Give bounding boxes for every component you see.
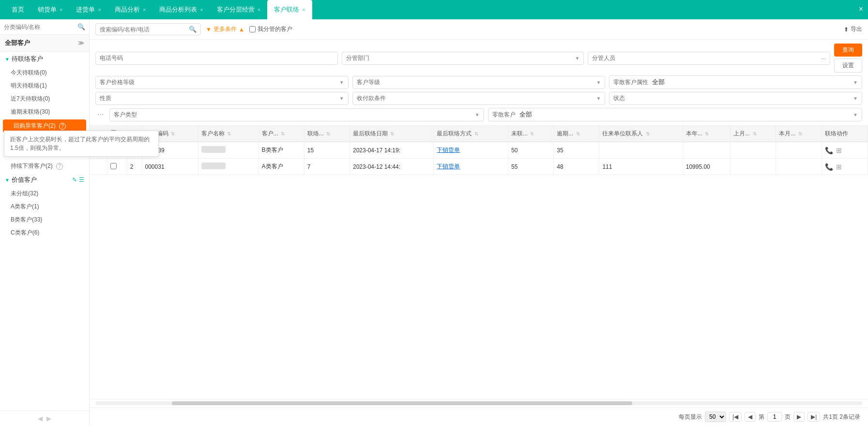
row-last-method-1[interactable]: 下销货单: [434, 159, 508, 175]
person-dots-icon[interactable]: ···: [821, 55, 826, 62]
col-uncontacted[interactable]: 未联... ⇅: [508, 126, 553, 142]
sidebar-item-class-b[interactable]: B类客户(33): [0, 213, 89, 226]
filter-person[interactable]: 分管人员 ···: [588, 52, 830, 65]
first-page-btn[interactable]: |◀: [729, 412, 742, 422]
col-type-sort-icon[interactable]: ⇅: [281, 131, 285, 136]
last-page-btn[interactable]: ▶|: [807, 412, 820, 422]
sidebar-value-group[interactable]: ▼ 价值客户 ✎ ☰: [0, 173, 89, 187]
filter-phone[interactable]: 电话号码: [95, 52, 338, 65]
my-customer-checkbox[interactable]: 我分管的客户: [249, 25, 292, 33]
scrollbar-track[interactable]: [95, 401, 862, 405]
nav-home[interactable]: 首页: [5, 0, 31, 19]
last-method-link-1[interactable]: 下销货单: [437, 163, 460, 170]
search-icon[interactable]: 🔍: [189, 26, 197, 33]
filter-status[interactable]: 状态 ▼: [609, 92, 862, 105]
page-size-select[interactable]: 50: [705, 411, 726, 422]
sidebar-item-class-a[interactable]: A类客户(1): [0, 200, 89, 213]
col-current-month[interactable]: 本月... ⇅: [776, 126, 822, 142]
sidebar-item-overdue[interactable]: 逾期未联络(30): [0, 105, 89, 118]
col-last-method-sort-icon[interactable]: ⇅: [474, 131, 478, 136]
col-annual-sort-icon[interactable]: ⇅: [705, 131, 709, 136]
edit-icon[interactable]: ✎: [72, 176, 77, 183]
settings-button[interactable]: 设置: [834, 59, 862, 73]
col-overdue-sort-icon[interactable]: ⇅: [576, 131, 580, 136]
col-last-date[interactable]: 最后联络日期 ⇅: [350, 126, 433, 142]
last-method-link-0[interactable]: 下销货单: [437, 147, 460, 153]
nav-product-analysis[interactable]: 商品分析 ×: [108, 0, 152, 19]
horizontal-scrollbar[interactable]: [90, 399, 868, 407]
col-code-sort-icon[interactable]: ⇅: [171, 131, 175, 136]
col-name-sort-icon[interactable]: ⇅: [227, 131, 231, 136]
nav-customer-contact[interactable]: 客户联络 ×: [267, 0, 312, 19]
col-name[interactable]: 客户名称 ⇅: [198, 126, 259, 142]
filter-dept[interactable]: 分管部门 ▼: [342, 52, 584, 65]
col-last-month-sort-icon[interactable]: ⇅: [753, 131, 757, 136]
row-check-1[interactable]: [110, 163, 117, 169]
sidebar-item-declining[interactable]: 持续下滑客户(2) ?: [0, 160, 89, 173]
action-more-icon-0[interactable]: ⊞: [836, 147, 842, 154]
col-last-date-sort-icon[interactable]: ⇅: [390, 131, 394, 136]
window-close-icon[interactable]: ×: [859, 5, 863, 14]
col-contact-count[interactable]: 联络... ⇅: [304, 126, 350, 142]
sidebar-search-icon[interactable]: 🔍: [77, 23, 85, 30]
scroll-left-icon[interactable]: ◀: [38, 415, 43, 422]
filter-retail-customer[interactable]: 零散客户 全部 ▼: [488, 108, 862, 121]
row-checkbox-1[interactable]: [107, 159, 127, 175]
my-customer-check[interactable]: [249, 26, 256, 32]
col-current-month-sort-icon[interactable]: ⇅: [798, 131, 802, 136]
col-last-month[interactable]: 上月... ⇅: [731, 126, 776, 142]
col-last-method[interactable]: 最后联络方式 ⇅: [434, 126, 508, 142]
nav-customer-tier[interactable]: 客户分层经营 ×: [210, 0, 267, 19]
search-input[interactable]: [100, 26, 187, 33]
sidebar-item-7days[interactable]: 近7天待联络(0): [0, 92, 89, 105]
prev-page-btn[interactable]: ◀: [745, 412, 756, 422]
action-more-icon-1[interactable]: ⊞: [836, 163, 842, 171]
sidebar-search-input[interactable]: [4, 24, 77, 30]
export-btn[interactable]: ⬆ 导出: [844, 25, 862, 33]
col-uncontacted-sort-icon[interactable]: ⇅: [530, 131, 534, 136]
close-customer-tier-icon[interactable]: ×: [258, 7, 260, 13]
top-nav: 首页 销货单 × 进货单 × 商品分析 × 商品分析列表 × 客户分层经营 × …: [0, 0, 868, 19]
filter-price-level[interactable]: 客户价格等级 ▼: [95, 76, 349, 89]
sidebar-item-ungrouped[interactable]: 未分组(32): [0, 187, 89, 200]
nav-purchase[interactable]: 进货单 ×: [69, 0, 107, 19]
sidebar-pending-group[interactable]: ▼ 待联络客户: [0, 52, 89, 66]
filter-gender[interactable]: 性质 ▼: [95, 92, 349, 105]
sidebar-item-today[interactable]: 今天待联络(0): [0, 66, 89, 79]
action-phone-icon-0[interactable]: 📞: [825, 147, 833, 154]
sidebar-item-class-c[interactable]: C类客户(6): [0, 226, 89, 239]
col-contact-person-sort-icon[interactable]: ⇅: [646, 131, 650, 136]
scroll-right-icon[interactable]: ▶: [46, 415, 51, 422]
filter-customer-level[interactable]: 客户等级 ▼: [352, 76, 606, 89]
nav-sales[interactable]: 销货单 ×: [31, 0, 69, 19]
add-icon[interactable]: ☰: [79, 176, 84, 183]
row-last-method-0[interactable]: 下销货单: [434, 142, 508, 159]
sidebar-all-customers[interactable]: 全部客户 ≫: [0, 35, 89, 52]
col-overdue[interactable]: 逾期... ⇅: [554, 126, 599, 142]
more-conditions-btn[interactable]: ▼ 更多条件 ▲: [206, 25, 244, 33]
col-contact-count-sort-icon[interactable]: ⇅: [326, 131, 330, 136]
declining-help-icon[interactable]: ?: [56, 163, 63, 170]
close-purchase-icon[interactable]: ×: [98, 7, 101, 13]
scrollbar-thumb[interactable]: [172, 401, 632, 405]
extra-filter-dots[interactable]: ···: [95, 110, 106, 119]
close-product-analysis-icon[interactable]: ×: [143, 7, 146, 13]
close-sales-icon[interactable]: ×: [60, 7, 62, 13]
next-page-btn[interactable]: ▶: [793, 412, 805, 422]
value-arrow-icon: ▼: [5, 177, 10, 183]
nav-product-analysis-list[interactable]: 商品分析列表 ×: [152, 0, 210, 19]
col-type[interactable]: 客户... ⇅: [259, 126, 304, 142]
close-customer-contact-icon[interactable]: ×: [302, 7, 305, 13]
col-contact-person[interactable]: 往来单位联系人 ⇅: [599, 126, 683, 142]
query-button[interactable]: 查询: [834, 44, 862, 57]
filter-retail-attr[interactable]: 零散客户属性 全部 ▼: [609, 75, 862, 89]
filter-customer-type[interactable]: 客户类型 ▼: [109, 108, 484, 121]
close-product-analysis-list-icon[interactable]: ×: [200, 7, 203, 13]
anomaly-help-icon[interactable]: ?: [59, 123, 66, 130]
page-number-input[interactable]: [767, 412, 782, 422]
col-annual[interactable]: 本年... ⇅: [683, 126, 730, 142]
sidebar-item-tomorrow[interactable]: 明天待联络(1): [0, 79, 89, 92]
filter-payment[interactable]: 收付款条件 ▼: [352, 92, 606, 105]
collapse-icon[interactable]: ≫: [78, 40, 84, 46]
action-phone-icon-1[interactable]: 📞: [825, 163, 833, 171]
